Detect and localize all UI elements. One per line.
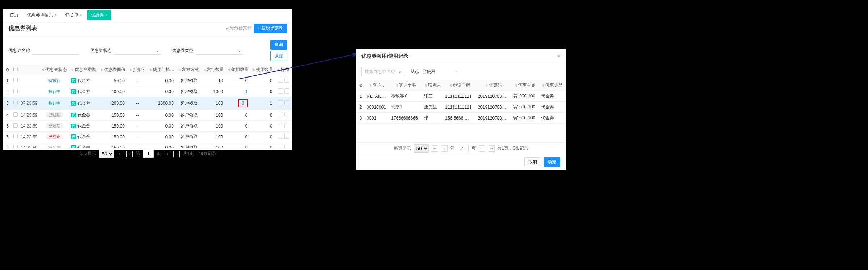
first-page-button[interactable]: ⇤ — [117, 151, 123, 157]
sort-icon[interactable]: ⇅ — [149, 68, 152, 72]
qr-icon[interactable] — [284, 145, 289, 148]
table-row[interactable]: 514 23:59已过期代代金券150.00--0.00客户领取10000 — [3, 121, 292, 132]
qr-icon[interactable] — [284, 100, 289, 105]
table-row[interactable]: 2执行中代代金券100.00--0.00客户领取100010 — [3, 86, 292, 97]
open-icon[interactable] — [278, 145, 283, 148]
claim-count-link[interactable]: 1 — [245, 89, 248, 94]
table-row[interactable]: 200010001北京1唐先生111111111112019120700…满10… — [356, 102, 566, 113]
settings-button[interactable]: 设置 — [270, 51, 287, 61]
add-coupon-button[interactable]: + 新增优惠券 — [254, 24, 287, 33]
column-header[interactable]: ⇅折扣% — [128, 65, 147, 75]
tab-sales-order[interactable]: 销货单× — [62, 10, 86, 20]
column-header[interactable]: ⇅联系人 — [423, 80, 444, 91]
open-icon[interactable] — [278, 88, 283, 94]
column-header[interactable]: ⇅发行数量 — [201, 65, 226, 75]
page-input[interactable] — [143, 150, 154, 158]
sort-icon[interactable]: ⇅ — [42, 68, 45, 72]
filter-status-select[interactable]: ⌄ — [114, 46, 161, 55]
sort-icon[interactable]: ⇅ — [450, 84, 452, 87]
sort-icon[interactable]: ⇅ — [396, 84, 398, 87]
column-header[interactable]: ⚙ — [356, 80, 365, 91]
table-row[interactable]: 414 23:59已过期代代金券150.00--0.00客户领取10000 — [3, 110, 292, 121]
qr-icon[interactable] — [284, 78, 289, 83]
row-checkbox[interactable] — [13, 101, 18, 105]
qr-icon[interactable] — [284, 134, 289, 139]
close-icon[interactable]: × — [105, 13, 107, 17]
column-header[interactable]: ⇅优惠券类 — [539, 80, 566, 91]
first-page-button[interactable]: ⇤ — [432, 145, 438, 152]
column-header[interactable]: ⇅优惠主题 — [511, 80, 539, 91]
cancel-button[interactable]: 取消 — [524, 157, 541, 167]
column-header[interactable]: ⇅领用数量 — [226, 65, 250, 75]
close-icon[interactable]: × — [557, 53, 560, 59]
next-page-button[interactable]: › — [164, 151, 170, 157]
column-header[interactable]: ⇅发放方式 — [177, 65, 201, 75]
modal-search-input[interactable]: 搜索优惠券名称 ⌕ — [361, 67, 405, 76]
row-checkbox[interactable] — [13, 123, 18, 128]
issue-coupon-link[interactable]: ⎘ 发放优惠券 — [226, 25, 251, 32]
row-checkbox[interactable] — [13, 78, 18, 82]
row-checkbox[interactable] — [13, 145, 18, 148]
page-size-select[interactable]: 50 — [99, 150, 114, 158]
search-button[interactable]: 查询 — [270, 40, 287, 50]
open-icon[interactable] — [278, 123, 283, 128]
open-icon[interactable] — [278, 134, 283, 139]
select-all-checkbox[interactable] — [13, 67, 18, 71]
tab-home[interactable]: 首页 — [6, 10, 22, 20]
column-header[interactable]: ⇅电话号码 — [444, 80, 476, 91]
column-header[interactable]: ⇅操作 — [275, 65, 292, 75]
sort-icon[interactable]: ⇅ — [515, 84, 517, 87]
column-header[interactable]: ⇅客户… — [365, 80, 390, 91]
modal-page-input[interactable] — [458, 145, 469, 152]
column-header[interactable]: ⚙ — [3, 65, 12, 75]
last-page-button[interactable]: ⇥ — [488, 145, 495, 152]
qr-icon[interactable] — [284, 123, 289, 128]
row-checkbox[interactable] — [13, 112, 18, 117]
gear-icon[interactable]: ⚙ — [5, 67, 10, 72]
column-header[interactable]: ⇅优惠券状态 — [40, 65, 69, 75]
column-header[interactable]: ⇅优惠券面值 — [98, 65, 128, 75]
claim-count-link[interactable]: 3 — [238, 99, 248, 107]
sort-icon[interactable]: ⇅ — [71, 68, 74, 72]
open-icon[interactable] — [278, 78, 283, 83]
tab-coupon-detail[interactable]: 优惠券详情页× — [24, 10, 60, 20]
sort-icon[interactable]: ⇅ — [130, 68, 132, 72]
gear-icon[interactable]: ⚙ — [358, 83, 363, 88]
filter-type-select[interactable]: ⌄ — [196, 46, 243, 55]
close-icon[interactable]: × — [55, 13, 57, 17]
table-row[interactable]: 3000117666666666张156 6666 …2019120700…满1… — [356, 113, 566, 124]
column-header[interactable]: ⇅优惠券类型 — [69, 65, 98, 75]
sort-icon[interactable]: ⇅ — [486, 84, 488, 87]
column-header[interactable]: ⇅使用门槛… — [147, 65, 177, 75]
sort-icon[interactable]: ⇅ — [228, 68, 230, 72]
close-icon[interactable]: × — [80, 13, 82, 17]
sort-icon[interactable]: ⇅ — [278, 68, 280, 72]
open-icon[interactable] — [278, 100, 283, 105]
table-row[interactable]: 714 23:59待发布代代金券150.00--0.00客户领取10000 — [3, 142, 292, 148]
sort-icon[interactable]: ⇅ — [178, 68, 181, 72]
next-page-button[interactable]: › — [479, 145, 485, 152]
prev-page-button[interactable]: ‹ — [126, 151, 133, 157]
row-checkbox[interactable] — [13, 89, 18, 93]
sort-icon[interactable]: ⇅ — [203, 68, 206, 72]
sort-icon[interactable]: ⇅ — [425, 84, 427, 87]
filter-name-input[interactable] — [32, 46, 79, 55]
modal-page-size-select[interactable]: 50 — [414, 144, 429, 153]
qr-icon[interactable] — [284, 112, 289, 117]
ok-button[interactable]: 确定 — [544, 157, 560, 167]
table-row[interactable]: 1待执行代代金券50.00--0.00客户领取1000 — [3, 75, 292, 86]
table-row[interactable]: 614 23:59已终止代代金券150.00--0.00客户领取10000 — [3, 132, 292, 142]
tab-coupon[interactable]: 优惠券× — [87, 10, 111, 20]
row-checkbox[interactable] — [13, 134, 18, 138]
column-header[interactable] — [19, 65, 40, 75]
qr-icon[interactable] — [284, 88, 289, 94]
open-icon[interactable] — [278, 112, 283, 117]
column-header[interactable]: ⇅优惠码 — [476, 80, 511, 91]
sort-icon[interactable]: ⇅ — [253, 68, 255, 72]
table-row[interactable]: 307 23:59执行中代代金券200.00--1000.00客户领取10031 — [3, 97, 292, 110]
prev-page-button[interactable]: ‹ — [441, 145, 448, 152]
table-row[interactable]: 1RETAIL…零散客户张三111111111112019120700…满100… — [356, 91, 566, 102]
sort-icon[interactable]: ⇅ — [542, 84, 545, 87]
sort-icon[interactable]: ⇅ — [369, 84, 372, 87]
column-header[interactable] — [12, 65, 19, 75]
